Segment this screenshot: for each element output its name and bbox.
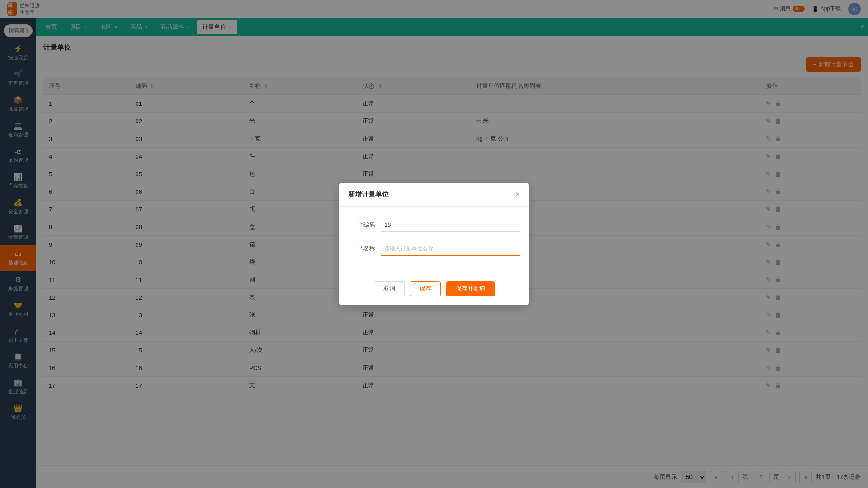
modal-close-icon[interactable]: × xyxy=(515,190,520,199)
form-row-code: *编码 xyxy=(348,218,520,232)
modal-header: 新增计量单位 × xyxy=(339,183,529,207)
required-mark: * xyxy=(360,221,363,228)
add-unit-modal: 新增计量单位 × *编码 *名称 取消 保存 xyxy=(339,183,529,305)
code-label: *编码 xyxy=(348,221,375,229)
app-container: 益栋 益栋通进生意宝 ✉ 消息 99+ 📱 App下载 Ai ⚡ xyxy=(0,0,868,488)
cancel-button[interactable]: 取消 xyxy=(374,281,405,296)
name-label: *名称 xyxy=(348,244,375,253)
modal-title: 新增计量单位 xyxy=(348,190,389,199)
name-input[interactable] xyxy=(381,241,520,256)
form-row-name: *名称 xyxy=(348,241,520,256)
required-mark-name: * xyxy=(360,245,363,252)
modal-overlay[interactable]: 新增计量单位 × *编码 *名称 取消 保存 xyxy=(0,0,868,488)
modal-body: *编码 *名称 xyxy=(339,207,529,276)
save-new-button[interactable]: 保存并新增 xyxy=(446,281,495,296)
code-input[interactable] xyxy=(381,218,520,232)
modal-footer: 取消 保存 保存并新增 xyxy=(339,276,529,305)
save-button[interactable]: 保存 xyxy=(410,281,441,296)
